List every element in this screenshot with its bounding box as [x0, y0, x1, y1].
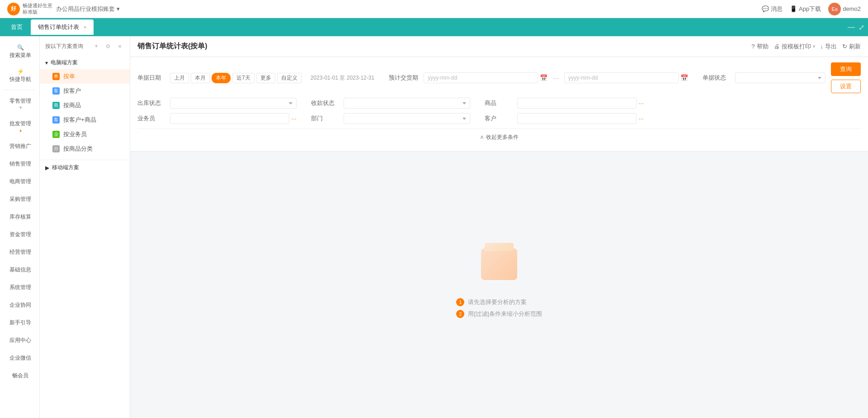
help-btn[interactable]: ? 帮助 [751, 43, 768, 51]
goods-group: ··· [517, 98, 644, 109]
collapse-panel-btn[interactable]: « [115, 42, 124, 51]
sidebar-item-system-mgmt[interactable]: 系统管理 [0, 278, 39, 296]
date-btn-last-7-days[interactable]: 近7天 [232, 73, 255, 83]
breadcrumb[interactable]: 办公用品行业模拟账套 ▾ [56, 5, 120, 13]
sidebar-item-new-user[interactable]: 新手引导 [0, 314, 39, 331]
app-download-btn[interactable]: 📱 App下载 [790, 5, 821, 13]
scheme-item-by-goods[interactable]: 商 按商品 [40, 98, 130, 113]
export-btn[interactable]: ↓ 导出 [821, 43, 837, 51]
expected-date-to-input[interactable] [564, 72, 679, 83]
date-btn-this-month[interactable]: 本月 [191, 73, 210, 83]
pc-scheme-section: ▾ 电脑端方案 单 按单 客 按客户 商 按商品 客 按客户+商品 [40, 54, 130, 158]
date-btn-this-year[interactable]: 本年 [212, 73, 231, 83]
inner-layout: 按以下方案查询 + ⊙ « ▾ 电脑端方案 单 按单 客 按客户 [40, 36, 868, 418]
collapse-bar[interactable]: ∧ 收起更多条件 [137, 128, 861, 146]
goods-more-icon[interactable]: ··· [638, 100, 644, 107]
print-btn[interactable]: 🖨 按模板打印 ▾ [774, 43, 815, 51]
sidebar-item-retail-mgmt[interactable]: 零售管理 ▾ [0, 92, 39, 114]
sidebar-item-member[interactable]: 畅会员 [0, 366, 39, 384]
top-bar-right: 💬 消息 📱 App下载 Ea demo2 [762, 3, 861, 15]
calendar-from-icon[interactable]: 📅 [540, 74, 547, 81]
status-label: 单据状态 [703, 74, 730, 82]
scheme-item-by-customer[interactable]: 客 按客户 [40, 84, 130, 98]
retail-arrow-icon: ▾ [3, 105, 38, 110]
download-icon: 📱 [790, 5, 797, 12]
scheme-icon-by-customer-goods: 客 [52, 116, 60, 124]
print-icon: 🖨 [774, 43, 780, 50]
top-bar-left: 好 畅捷通好生意 标准版 办公用品行业模拟账套 ▾ [7, 3, 120, 15]
tip-num-1: 1 [456, 298, 464, 306]
sidebar-item-purchase-mgmt[interactable]: 采购管理 [0, 190, 39, 208]
sidebar-item-operations-mgmt[interactable]: 经营管理 [0, 243, 39, 261]
goods-label: 商品 [485, 99, 512, 107]
main-layout: 🔍 搜索菜单 ⚡ 快捷导航 零售管理 ▾ 批发管理 ▴ 营销推广 销售管理 电商… [0, 36, 868, 418]
date-range-text: 2023-01-01 至 2023-12-31 [311, 74, 374, 82]
filter-row-1: 单据日期 上月 本月 本年 近7天 更多 自定义 2023-01-01 至 20… [137, 62, 861, 93]
dept-select[interactable] [344, 113, 470, 124]
empty-illustration [476, 248, 522, 289]
avatar: Ea [828, 3, 841, 15]
goods-input[interactable] [517, 98, 637, 109]
expected-date-label: 预计交货期 [389, 74, 418, 82]
btn-group: 查询 设置 [831, 62, 861, 93]
page-header: 销售订单统计表(按单) ? 帮助 🖨 按模板打印 ▾ ↓ [130, 36, 868, 57]
sidebar-divider-1 [4, 90, 36, 90]
scheme-item-by-goods-category[interactable]: 分 按商品分类 [40, 142, 130, 156]
refresh-btn[interactable]: ↻ 刷新 [842, 43, 861, 51]
expected-date-to-group: 📅 [564, 72, 688, 83]
sidebar-item-finance-mgmt[interactable]: 资金管理 [0, 225, 39, 243]
date-dash: — [553, 75, 559, 81]
user-info[interactable]: Ea demo2 [828, 3, 861, 15]
expected-date-from-input[interactable] [424, 72, 538, 83]
scheme-icon-by-salesperson: 业 [52, 131, 60, 138]
customer-input[interactable] [517, 113, 637, 124]
minimize-icon[interactable]: — [848, 23, 855, 31]
scheme-icon-by-goods-category: 分 [52, 145, 60, 152]
left-panel-icons: + ⊙ « [92, 42, 124, 51]
tab-home[interactable]: 首页 [4, 20, 30, 34]
status-select[interactable] [735, 72, 826, 83]
scheme-item-by-salesperson[interactable]: 业 按业务员 [40, 127, 130, 142]
search-icon: 🔍 [3, 44, 38, 51]
customer-more-icon[interactable]: ··· [638, 115, 644, 122]
sidebar-item-enterprise-collab[interactable]: 企业协同 [0, 296, 39, 314]
tab-close-btn[interactable]: × [84, 24, 86, 30]
scheme-item-by-order[interactable]: 单 按单 [40, 69, 130, 84]
sidebar-item-quick-nav[interactable]: ⚡ 快捷导航 [0, 64, 39, 88]
message-btn[interactable]: 💬 消息 [762, 5, 783, 13]
logo-area: 好 畅捷通好生意 标准版 [7, 3, 52, 15]
receipt-status-select[interactable] [344, 98, 470, 109]
sidebar-item-search-menu[interactable]: 🔍 搜索菜单 [0, 40, 39, 64]
sidebar-item-ecommerce-mgmt[interactable]: 电商管理 [0, 172, 39, 190]
scheme-settings-btn[interactable]: ⊙ [104, 42, 113, 51]
add-scheme-btn[interactable]: + [92, 42, 101, 51]
date-btn-last-month[interactable]: 上月 [170, 73, 189, 83]
sidebar-item-enterprise-wechat[interactable]: 企业微信 [0, 349, 39, 366]
calendar-to-icon[interactable]: 📅 [680, 74, 688, 81]
sidebar-item-marketing[interactable]: 营销推广 [0, 137, 39, 155]
pc-scheme-group[interactable]: ▾ 电脑端方案 [40, 56, 130, 69]
date-btn-custom[interactable]: 自定义 [277, 73, 302, 83]
message-icon: 💬 [762, 5, 769, 12]
maximize-icon[interactable]: ⤢ [859, 23, 864, 32]
tab-bar: 首页 销售订单统计表 × — ⤢ [0, 18, 868, 36]
top-bar: 好 畅捷通好生意 标准版 办公用品行业模拟账套 ▾ 💬 消息 📱 App下载 E… [0, 0, 868, 18]
ship-status-select[interactable] [170, 98, 297, 109]
empty-tips: 1 请先选择要分析的方案 2 用[过滤]条件来缩小分析范围 [456, 298, 542, 322]
sidebar-item-app-center[interactable]: 应用中心 [0, 331, 39, 349]
date-btn-more[interactable]: 更多 [256, 73, 275, 83]
sidebar-item-inventory[interactable]: 库存核算 [0, 208, 39, 225]
query-btn[interactable]: 查询 [831, 62, 861, 76]
salesperson-input[interactable] [170, 113, 289, 124]
salesperson-more-icon[interactable]: ··· [291, 115, 297, 122]
sidebar-item-sales-mgmt[interactable]: 销售管理 [0, 155, 39, 172]
empty-tip-2: 2 用[过滤]条件来缩小分析范围 [456, 310, 542, 318]
mobile-scheme-group[interactable]: ▶ 移动端方案 [40, 160, 130, 175]
tab-bar-controls: — ⤢ [848, 23, 864, 32]
left-panel: 按以下方案查询 + ⊙ « ▾ 电脑端方案 单 按单 客 按客户 [40, 36, 130, 418]
scheme-item-by-customer-goods[interactable]: 客 按客户+商品 [40, 113, 130, 127]
sidebar-item-basic-info[interactable]: 基础信息 [0, 261, 39, 278]
sidebar-item-wholesale-mgmt[interactable]: 批发管理 ▴ [0, 114, 39, 137]
reset-btn[interactable]: 设置 [831, 80, 861, 93]
tab-sales-order-stats[interactable]: 销售订单统计表 × [31, 19, 94, 35]
